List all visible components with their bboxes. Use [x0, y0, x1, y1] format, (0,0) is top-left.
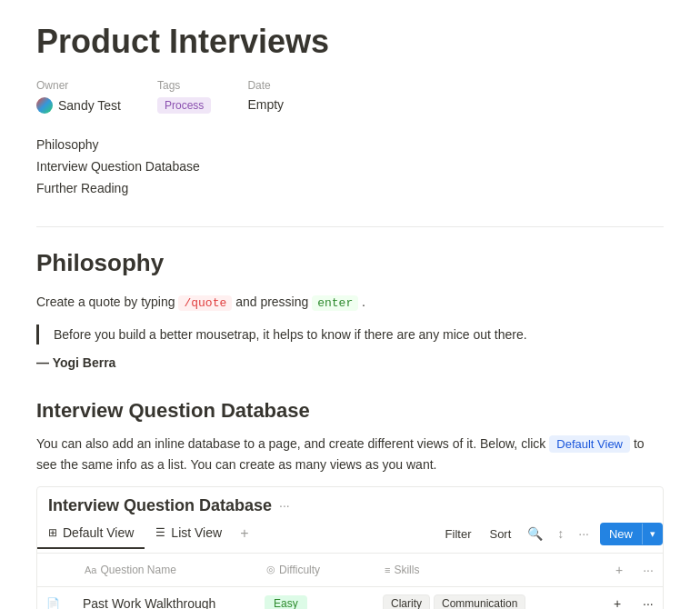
- db-section-title: Interview Question Database: [36, 399, 664, 423]
- intro-text-1: Create a quote by typing: [36, 295, 175, 309]
- philosophy-intro: Create a quote by typing /quote and pres…: [36, 292, 664, 314]
- db-toolbar: ⊞ Default View ☰ List View + Filter Sort…: [37, 515, 663, 554]
- row1-difficulty[interactable]: Easy: [255, 587, 374, 609]
- owner-label: Owner: [36, 79, 121, 92]
- avatar: [36, 97, 53, 114]
- row1-name[interactable]: Past Work Walkthrough: [74, 587, 255, 609]
- toc-item-interview-db[interactable]: Interview Question Database: [36, 157, 664, 175]
- date-value[interactable]: Empty: [247, 97, 284, 112]
- philosophy-section: Philosophy Create a quote by typing /quo…: [36, 249, 664, 370]
- grid-icon: ⊞: [48, 526, 57, 539]
- header-difficulty[interactable]: ◎ Difficulty: [255, 554, 374, 586]
- toc-item-further-reading[interactable]: Further Reading: [36, 179, 664, 197]
- more-options-icon[interactable]: ···: [575, 524, 593, 543]
- row1-add[interactable]: +: [605, 587, 634, 609]
- db-intro: You can also add an inline database to a…: [36, 434, 664, 474]
- db-more-icon[interactable]: ···: [279, 498, 290, 513]
- db-tabs: ⊞ Default View ☰ List View +: [37, 518, 255, 549]
- tag-process[interactable]: Process: [157, 97, 211, 114]
- header-skills[interactable]: ≡ Skills: [374, 554, 605, 586]
- db-inline-code[interactable]: Default View: [549, 435, 630, 453]
- meta-tags: Tags Process: [157, 79, 211, 114]
- row1-skill-tags: Clarity Communication: [383, 594, 525, 609]
- select-type-icon: ◎: [266, 564, 275, 575]
- row1-name-text: Past Work Walkthrough: [83, 596, 215, 609]
- sort-button[interactable]: Sort: [484, 525, 516, 543]
- add-column-button[interactable]: +: [605, 554, 634, 586]
- table-row: 📄 Past Work Walkthrough Easy Clarity Com…: [37, 587, 663, 609]
- tab-default-label: Default View: [63, 525, 134, 540]
- skill-tag: Communication: [434, 594, 525, 609]
- skill-tag: Clarity: [383, 594, 430, 609]
- row1-skills[interactable]: Clarity Communication: [374, 587, 605, 609]
- intro-text-3: .: [362, 295, 365, 309]
- page-title: Product Interviews: [36, 22, 664, 61]
- table-of-contents: Philosophy Interview Question Database F…: [36, 135, 664, 197]
- divider: [36, 226, 664, 227]
- tags-label: Tags: [157, 79, 211, 92]
- interview-db-section: Interview Question Database You can also…: [36, 399, 664, 609]
- options-icon[interactable]: ↕: [554, 524, 567, 543]
- list-icon: ☰: [155, 526, 165, 539]
- code-quote: /quote: [178, 295, 232, 311]
- date-label: Date: [247, 79, 284, 92]
- filter-button[interactable]: Filter: [440, 525, 477, 543]
- philosophy-title: Philosophy: [36, 249, 664, 277]
- meta-date: Date Empty: [247, 79, 284, 112]
- db-intro-text-1: You can also add an inline database to a…: [36, 436, 545, 451]
- owner-name: Sandy Test: [58, 98, 121, 113]
- database-container: Interview Question Database ··· ⊞ Defaul…: [36, 486, 664, 609]
- meta-row: Owner Sandy Test Tags Process Date Empty: [36, 79, 664, 114]
- toc-item-philosophy[interactable]: Philosophy: [36, 135, 664, 154]
- header-question-name[interactable]: Aa Question Name: [74, 554, 255, 586]
- intro-text-and: and pressing: [235, 295, 308, 309]
- row1-icon: 📄: [37, 587, 74, 609]
- add-view-button[interactable]: +: [233, 518, 255, 549]
- new-button-label: New: [600, 523, 642, 545]
- tab-list-label: List View: [171, 525, 222, 540]
- db-table-headers: Aa Question Name ◎ Difficulty ≡ Skills +…: [37, 554, 663, 587]
- tags-value: Process: [157, 97, 211, 114]
- text-type-icon: Aa: [85, 564, 96, 575]
- tab-list-view[interactable]: ☰ List View: [145, 518, 233, 549]
- col-name-label: Question Name: [100, 564, 175, 576]
- meta-owner: Owner Sandy Test: [36, 79, 121, 114]
- code-enter: enter: [312, 295, 358, 311]
- search-icon[interactable]: 🔍: [524, 524, 546, 543]
- col-skills-label: Skills: [394, 564, 419, 576]
- row1-difficulty-tag: Easy: [265, 595, 307, 609]
- row1-more[interactable]: ···: [634, 587, 663, 609]
- row-page-icon: 📄: [46, 597, 60, 609]
- db-title-row: Interview Question Database ···: [37, 487, 663, 515]
- blockquote: Before you build a better mousetrap, it …: [36, 324, 664, 344]
- tab-default-view[interactable]: ⊞ Default View: [37, 518, 145, 549]
- header-checkbox: [37, 554, 74, 586]
- db-actions: Filter Sort 🔍 ↕ ··· New ▾: [440, 515, 663, 553]
- col-difficulty-label: Difficulty: [279, 564, 320, 576]
- col-options[interactable]: ···: [634, 554, 663, 586]
- owner-value: Sandy Test: [36, 97, 121, 114]
- quote-author: — Yogi Berra: [36, 355, 664, 370]
- multiselect-type-icon: ≡: [385, 564, 390, 575]
- new-button[interactable]: New ▾: [600, 523, 663, 545]
- db-title: Interview Question Database: [48, 496, 272, 515]
- new-button-chevron[interactable]: ▾: [642, 524, 663, 544]
- page-content: Product Interviews Owner Sandy Test Tags…: [0, 0, 700, 609]
- quote-text: Before you build a better mousetrap, it …: [54, 324, 664, 344]
